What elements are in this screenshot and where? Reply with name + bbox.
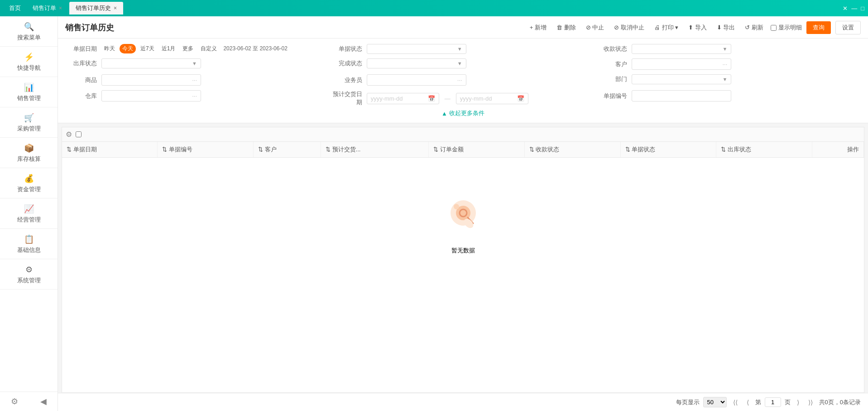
first-page-button[interactable]: ⟨⟨ <box>730 398 740 407</box>
table-select-all-checkbox[interactable] <box>76 131 82 137</box>
content-area: 销售订单历史 + 新增 🗑 删除 ⊘ 中止 ⊘ 取消中止 🖨 打印 ▾ ⬆ 导入… <box>58 16 868 411</box>
close-tab-sales-order-icon[interactable]: × <box>59 5 62 11</box>
cancel-stop-button[interactable]: ⊘ 取消中止 <box>611 22 647 34</box>
topbar-minimize-icon[interactable]: — <box>851 5 857 12</box>
col-header-delivery[interactable]: ⇅ 预计交货... <box>321 142 428 158</box>
page-header: 销售订单历史 + 新增 🗑 删除 ⊘ 中止 ⊘ 取消中止 🖨 打印 ▾ ⬆ 导入… <box>58 16 868 39</box>
refresh-button[interactable]: ↺ 刷新 <box>742 22 766 34</box>
filter-warehouse-col: 仓库 ··· <box>65 90 331 102</box>
col-sort-no-icon: ⇅ <box>162 146 167 153</box>
topbar-close-icon[interactable]: ✕ <box>843 5 848 12</box>
sidebar-item-operations[interactable]: 📈 经营管理 <box>0 198 58 229</box>
topbar-maximize-icon[interactable]: □ <box>861 5 864 12</box>
col-header-bill-status[interactable]: ⇅ 单据状态 <box>620 142 716 158</box>
col-header-date[interactable]: ⇅ 单据日期 <box>62 142 158 158</box>
next-page-button[interactable]: ⟩ <box>794 398 802 407</box>
page-label-after: 页 <box>785 398 791 406</box>
warehouse-field[interactable]: ··· <box>101 90 201 102</box>
new-button[interactable]: + 新增 <box>527 22 549 34</box>
per-page-select[interactable]: 50 10 20 100 <box>703 397 727 407</box>
sidebar-item-quick-nav[interactable]: ⚡ 快捷导航 <box>0 47 58 77</box>
sidebar-collapse-icon[interactable]: ◀ <box>40 396 47 406</box>
col-sort-delivery-icon: ⇅ <box>326 146 331 153</box>
out-status-select[interactable]: ▼ <box>101 58 201 68</box>
empty-state-icon <box>441 194 486 239</box>
customer-field[interactable]: ··· <box>632 58 731 70</box>
print-button[interactable]: 🖨 打印 ▾ <box>652 22 681 34</box>
shortcut-last1m[interactable]: 近1月 <box>159 44 178 53</box>
export-button[interactable]: ⬇ 导出 <box>714 22 738 34</box>
settings-button[interactable]: 设置 <box>835 21 861 34</box>
col-header-receipt-status[interactable]: ⇅ 收款状态 <box>524 142 620 158</box>
sidebar-item-sys-mgmt[interactable]: ⚙ 系统管理 <box>0 259 58 290</box>
col-sort-amount-icon: ⇅ <box>433 146 438 153</box>
col-sort-bill-icon: ⇅ <box>625 146 630 153</box>
stop-button[interactable]: ⊘ 中止 <box>583 22 607 34</box>
sidebar-item-inventory[interactable]: 📦 库存核算 <box>0 138 58 168</box>
filter-receipt-status-col: 收款状态 ▼ <box>595 44 861 54</box>
sidebar-item-basic-info[interactable]: 📋 基础信息 <box>0 229 58 259</box>
col-sort-out-icon: ⇅ <box>721 146 726 153</box>
col-header-out-status[interactable]: ⇅ 出库状态 <box>716 142 812 158</box>
import-button[interactable]: ⬆ 导入 <box>686 22 710 34</box>
date-shortcuts: 昨天 今天 近7天 近1月 更多 自定义 2023-06-02 至 2023-0… <box>101 44 288 53</box>
collapse-button[interactable]: ▲ 收起更多条件 <box>65 109 861 117</box>
page-number-input[interactable] <box>765 397 781 407</box>
bill-no-input[interactable] <box>632 90 731 102</box>
dept-select[interactable]: ▼ <box>632 74 731 84</box>
delivery-date-start-input[interactable]: yyyy-mm-dd 📅 <box>367 93 439 104</box>
query-button[interactable]: 查询 <box>806 21 831 34</box>
sidebar-item-label-operations: 经营管理 <box>17 216 41 224</box>
col-header-amount[interactable]: ⇅ 订单金额 <box>428 142 524 158</box>
delete-button[interactable]: 🗑 删除 <box>554 22 579 34</box>
filter-area: 单据日期 昨天 今天 近7天 近1月 更多 自定义 2023-06-02 至 2… <box>58 39 868 123</box>
sidebar-item-search-menu[interactable]: 🔍 搜索菜单 <box>0 16 58 47</box>
shortcut-custom[interactable]: 自定义 <box>198 44 220 53</box>
sidebar-item-purchase-mgmt[interactable]: 🛒 采购管理 <box>0 107 58 138</box>
filter-out-status-col: 出库状态 ▼ <box>65 58 331 68</box>
filter-goods-col: 商品 ··· <box>65 74 331 86</box>
goods-field[interactable]: ··· <box>101 74 201 86</box>
show-detail-checkbox[interactable]: 显示明细 <box>771 24 802 32</box>
date-range-display: 2023-06-02 至 2023-06-02 <box>223 45 287 53</box>
shortcut-today[interactable]: 今天 <box>120 44 136 53</box>
goods-label: 商品 <box>65 76 101 84</box>
sidebar-settings-icon[interactable]: ⚙ <box>11 396 18 406</box>
bill-status-select[interactable]: ▼ <box>367 44 466 54</box>
col-header-customer[interactable]: ⇅ 客户 <box>253 142 321 158</box>
sales-mgmt-icon: 📊 <box>24 82 34 92</box>
sidebar-item-label-finance: 资金管理 <box>17 185 41 193</box>
filter-complete-status-col: 完成状态 ▼ <box>331 58 596 68</box>
sidebar-item-label-purchase-mgmt: 采购管理 <box>17 125 41 133</box>
complete-status-select[interactable]: ▼ <box>367 58 466 68</box>
sidebar: 🔍 搜索菜单 ⚡ 快捷导航 📊 销售管理 🛒 采购管理 📦 库存核算 💰 资金管… <box>0 16 58 411</box>
sidebar-item-label-sales-mgmt: 销售管理 <box>17 94 41 102</box>
salesperson-field[interactable]: ··· <box>367 74 466 86</box>
table-header-row: ⇅ 单据日期 ⇅ 单据编号 ⇅ 客户 ⇅ 预计交 <box>62 142 864 158</box>
col-sort-customer-icon: ⇅ <box>258 146 263 153</box>
tab-sales-history[interactable]: 销售订单历史 × <box>69 2 123 15</box>
complete-status-label: 完成状态 <box>331 59 367 68</box>
delivery-date-end-input[interactable]: yyyy-mm-dd 📅 <box>456 93 528 104</box>
close-tab-sales-history-icon[interactable]: × <box>114 5 117 11</box>
receipt-status-select[interactable]: ▼ <box>632 44 731 54</box>
sidebar-item-sales-mgmt[interactable]: 📊 销售管理 <box>0 77 58 107</box>
tab-sales-order[interactable]: 销售订单 × <box>26 2 68 15</box>
page-label-before: 第 <box>755 398 761 406</box>
last-page-button[interactable]: ⟩⟩ <box>806 398 815 407</box>
table-settings-icon[interactable]: ⚙ <box>66 130 72 139</box>
tab-home[interactable]: 首页 <box>4 4 26 12</box>
shortcut-last7[interactable]: 近7天 <box>138 44 157 53</box>
empty-state: 暂无数据 <box>62 158 864 291</box>
warehouse-label: 仓库 <box>65 92 101 100</box>
col-header-no[interactable]: ⇅ 单据编号 <box>158 142 254 158</box>
basic-info-icon: 📋 <box>24 234 34 244</box>
footer: 每页显示 50 10 20 100 ⟨⟨ ⟨ 第 页 ⟩ ⟩⟩ 共0页，0条记录 <box>58 393 868 411</box>
prev-page-button[interactable]: ⟨ <box>744 398 752 407</box>
bill-no-text-input[interactable] <box>636 92 727 99</box>
filter-bill-no-col: 单据编号 <box>595 90 861 102</box>
shortcut-more[interactable]: 更多 <box>180 44 196 53</box>
shortcut-yesterday[interactable]: 昨天 <box>101 44 118 53</box>
bill-no-label: 单据编号 <box>595 92 632 100</box>
sidebar-item-finance[interactable]: 💰 资金管理 <box>0 168 58 198</box>
